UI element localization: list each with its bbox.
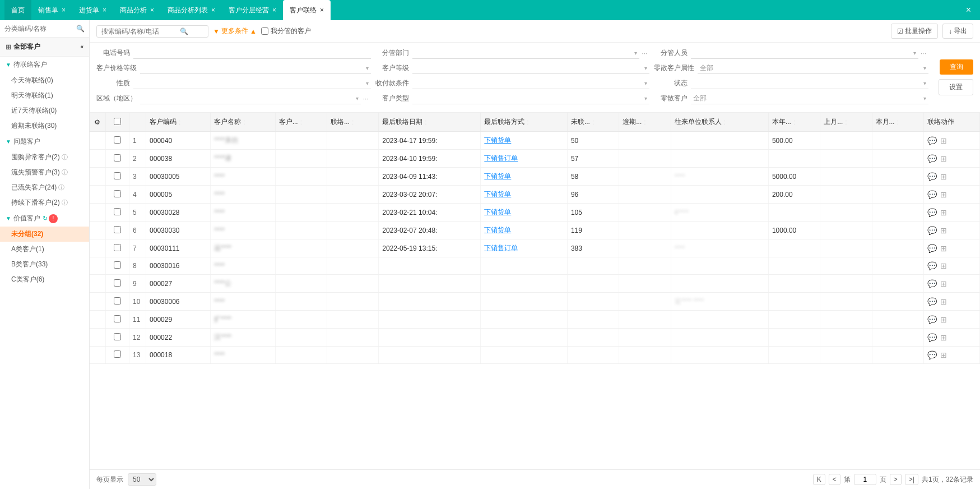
more-conditions-btn[interactable]: ▼ 更多条件 ▲: [213, 26, 257, 36]
sidebar-item-churned[interactable]: 已流失客户(24) ⓘ: [0, 180, 89, 195]
chat-icon[interactable]: 💬: [927, 154, 937, 163]
chat-icon[interactable]: 💬: [927, 190, 937, 199]
phone-input[interactable]: [133, 47, 371, 59]
grid-action-icon[interactable]: ⊞: [940, 172, 947, 181]
grid-action-icon[interactable]: ⊞: [940, 136, 947, 145]
page-size-select[interactable]: 50 100: [128, 473, 156, 486]
sidebar-group-problem[interactable]: ▼ 问题客户: [0, 133, 89, 150]
row-last-method[interactable]: [481, 311, 568, 329]
col-last-month[interactable]: 上月...:: [820, 113, 872, 132]
export-button[interactable]: ↓ 导出: [942, 24, 973, 39]
nav-tab-purchase-close[interactable]: ×: [99, 6, 106, 14]
row-last-method[interactable]: [481, 293, 568, 311]
row-last-method[interactable]: 下销售订单: [481, 150, 568, 168]
chat-icon[interactable]: 💬: [927, 261, 937, 270]
row-checkbox[interactable]: [105, 186, 129, 204]
col-last-date[interactable]: 最后联络日期:: [379, 113, 481, 132]
grid-action-icon[interactable]: ⊞: [940, 226, 947, 235]
sidebar-item-a-class[interactable]: A类客户(1): [0, 242, 89, 257]
row-select-checkbox[interactable]: [114, 279, 121, 287]
manager-select[interactable]: [691, 47, 918, 58]
prev-page-button[interactable]: <: [829, 474, 840, 485]
window-close-button[interactable]: ×: [962, 3, 976, 17]
chat-icon[interactable]: 💬: [927, 208, 937, 217]
sidebar-item-7days[interactable]: 近7天待联络(0): [0, 103, 89, 118]
grid-action-icon[interactable]: ⊞: [940, 261, 947, 270]
row-checkbox[interactable]: [105, 311, 129, 329]
row-last-method[interactable]: [481, 347, 568, 364]
reset-button[interactable]: 设置: [939, 79, 973, 95]
sidebar-item-tomorrow[interactable]: 明天待联络(1): [0, 88, 89, 103]
nav-tab-purchase[interactable]: 进货单 ×: [72, 0, 113, 20]
row-select-checkbox[interactable]: [114, 244, 121, 251]
chat-icon[interactable]: 💬: [927, 297, 937, 306]
chat-icon[interactable]: 💬: [927, 136, 937, 145]
grid-action-icon[interactable]: ⊞: [940, 315, 947, 324]
chat-icon[interactable]: 💬: [927, 333, 937, 342]
col-name[interactable]: 客户名称:: [211, 113, 275, 132]
row-last-method[interactable]: [481, 275, 568, 293]
sidebar-item-overdue[interactable]: 逾期未联络(30): [0, 118, 89, 133]
grid-action-icon[interactable]: ⊞: [940, 333, 947, 342]
row-checkbox[interactable]: [105, 239, 129, 257]
col-settings[interactable]: ⚙: [90, 113, 105, 132]
sidebar-item-churn-warning[interactable]: 流失预警客户(3) ⓘ: [0, 165, 89, 180]
nav-tab-sales-close[interactable]: ×: [58, 6, 66, 14]
refresh-icon[interactable]: ↻: [43, 215, 48, 222]
col-contact[interactable]: 联络...:: [327, 113, 378, 132]
customer-type-select[interactable]: [412, 93, 650, 104]
grid-action-icon[interactable]: ⊞: [940, 190, 947, 199]
dept-select[interactable]: [412, 47, 640, 58]
row-checkbox[interactable]: [105, 150, 129, 168]
region-select[interactable]: [140, 93, 361, 104]
row-select-checkbox[interactable]: [114, 297, 121, 305]
row-last-method[interactable]: [481, 257, 568, 275]
grid-action-icon[interactable]: ⊞: [940, 350, 947, 359]
price-level-select[interactable]: [140, 62, 371, 73]
sidebar-item-c-class[interactable]: C类客户(6): [0, 272, 89, 287]
chat-icon[interactable]: 💬: [927, 350, 937, 359]
chat-icon[interactable]: 💬: [927, 279, 937, 288]
row-checkbox[interactable]: [105, 275, 129, 293]
grid-action-icon[interactable]: ⊞: [940, 279, 947, 288]
sidebar-item-declining[interactable]: 持续下滑客户(2) ⓘ: [0, 195, 89, 210]
nav-tab-product-analysis[interactable]: 商品分析 ×: [113, 0, 161, 20]
nav-tab-product-analysis-close[interactable]: ×: [147, 6, 154, 14]
col-overdue[interactable]: 逾期...:: [619, 113, 671, 132]
retail-attr-select[interactable]: 全部: [698, 62, 928, 73]
row-last-method[interactable]: 下销售订单: [481, 239, 568, 257]
row-select-checkbox[interactable]: [114, 136, 121, 144]
last-page-button[interactable]: >|: [905, 474, 918, 485]
nav-tab-product-analysis-list[interactable]: 商品分析列表 ×: [161, 0, 222, 20]
first-page-button[interactable]: K: [813, 474, 825, 485]
col-checkbox[interactable]: [105, 113, 129, 132]
chat-icon[interactable]: 💬: [927, 244, 937, 253]
row-select-checkbox[interactable]: [114, 190, 121, 197]
search-input[interactable]: [101, 27, 180, 35]
retail-select[interactable]: 全部: [691, 93, 928, 104]
batch-operations-button[interactable]: ☑ 批量操作: [891, 24, 938, 39]
manager-dots[interactable]: ···: [918, 49, 928, 57]
sidebar-search-input[interactable]: [4, 25, 74, 33]
chat-icon[interactable]: 💬: [927, 172, 937, 181]
my-customers-checkbox[interactable]: [261, 27, 268, 35]
sidebar-item-hoarding[interactable]: 囤购异常客户(2) ⓘ: [0, 150, 89, 165]
row-last-method[interactable]: 下销货单: [481, 222, 568, 239]
select-all-checkbox[interactable]: [114, 118, 121, 125]
col-last-method[interactable]: 最后联络方式:: [481, 113, 568, 132]
row-checkbox[interactable]: [105, 293, 129, 311]
row-last-method[interactable]: 下销货单: [481, 186, 568, 204]
sidebar-item-b-class[interactable]: B类客户(33): [0, 257, 89, 272]
grid-action-icon[interactable]: ⊞: [940, 297, 947, 306]
page-number-input[interactable]: [854, 474, 876, 485]
nav-tab-customer-contact[interactable]: 客户联络 ×: [283, 0, 331, 20]
row-last-method[interactable]: 下销货单: [481, 132, 568, 150]
grid-action-icon[interactable]: ⊞: [940, 154, 947, 163]
row-select-checkbox[interactable]: [114, 226, 121, 233]
row-last-method[interactable]: 下销货单: [481, 204, 568, 222]
nav-tab-customer-contact-close[interactable]: ×: [317, 6, 324, 14]
region-dots[interactable]: ···: [361, 95, 371, 103]
customer-level-select[interactable]: [412, 62, 650, 73]
nav-tab-product-analysis-list-close[interactable]: ×: [208, 6, 215, 14]
row-checkbox[interactable]: [105, 222, 129, 239]
